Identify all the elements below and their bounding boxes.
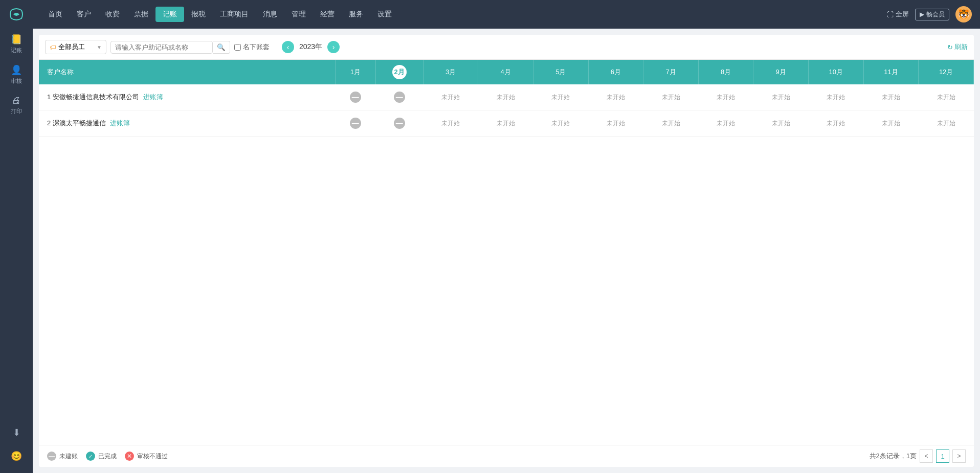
legend-completed: ✓ 已完成 [86, 452, 117, 461]
fullscreen-button[interactable]: ⛶ 全屏 [887, 10, 909, 19]
prev-page-button[interactable]: < [920, 449, 933, 463]
nav-business[interactable]: 工商项目 [213, 7, 256, 22]
month-cell-8: 未开始 [698, 110, 753, 137]
legend-rejected-label: 审核不通过 [137, 452, 168, 461]
col-header-jul: 7月 [643, 60, 699, 84]
dropdown-arrow-icon: ▼ [97, 44, 102, 50]
vip-button[interactable]: ▶ 畅会员 [915, 9, 949, 20]
client-name-cell: 2 漯澳太平畅捷通信进账簿 [39, 110, 336, 137]
main-area: 首页 客户 收费 票据 记账 报税 工商项目 消息 管理 经营 服务 设置 ⛶ … [33, 0, 980, 473]
total-records: 共2条记录，1页 [870, 452, 917, 461]
month-cell-5: 未开始 [533, 110, 588, 137]
month-cell-10: 未开始 [809, 84, 864, 110]
client-name-cell: 1 安徽畅捷通信息技术有限公司进账簿 [39, 84, 336, 110]
search-button[interactable]: 🔍 [213, 41, 230, 54]
month-cell-3: 未开始 [423, 110, 478, 137]
nav-operation[interactable]: 经营 [313, 7, 342, 22]
next-page-button[interactable]: > [952, 449, 966, 463]
nav-service[interactable]: 服务 [342, 7, 370, 22]
prev-year-button[interactable]: ‹ [282, 41, 294, 53]
nav-settings[interactable]: 设置 [370, 7, 399, 22]
sidebar-item-help[interactable]: 😊 [0, 445, 33, 467]
legend-completed-dot: ✓ [86, 452, 95, 461]
sidebar-bottom: ⬇ 😊 [0, 422, 33, 473]
month-cell-1: — [336, 110, 376, 137]
fullscreen-label: 全屏 [896, 10, 909, 19]
not-built-dot: — [394, 118, 405, 129]
col-header-mar: 3月 [423, 60, 478, 84]
month-cell-5: 未开始 [533, 84, 588, 110]
col-header-feb: 2月 [375, 60, 423, 84]
year-nav: ‹ 2023年 › [282, 41, 340, 53]
nav-invoice[interactable]: 票据 [127, 7, 155, 22]
nav-home[interactable]: 首页 [41, 7, 70, 22]
sidebar-item-accounting-label: 记账 [11, 47, 22, 54]
sidebar-item-print-label: 打印 [11, 107, 22, 115]
month-cell-2: — [375, 110, 423, 137]
col-header-may: 5月 [533, 60, 588, 84]
tag-icon: 🏷 [50, 43, 56, 51]
sub-accounts-checkbox[interactable] [234, 44, 241, 51]
col-header-name: 客户名称 [39, 60, 336, 84]
accounting-icon: 📒 [11, 34, 22, 45]
month-cell-6: 未开始 [588, 110, 643, 137]
sidebar-item-audit[interactable]: 👤 审核 [0, 59, 33, 90]
vip-label: 畅会员 [926, 10, 945, 19]
table-row: 1 安徽畅捷通信息技术有限公司进账簿——未开始未开始未开始未开始未开始未开始未开… [39, 84, 974, 110]
not-started-status: 未开始 [937, 120, 955, 127]
pagination: 共2条记录，1页 < 1 > [870, 449, 966, 463]
not-started-status: 未开始 [827, 120, 845, 127]
sidebar-item-print[interactable]: 🖨 打印 [0, 90, 33, 120]
col-header-oct: 10月 [809, 60, 864, 84]
not-started-status: 未开始 [717, 120, 735, 127]
sidebar-item-download[interactable]: ⬇ [0, 422, 33, 443]
enter-ledger-link[interactable]: 进账簿 [110, 119, 130, 127]
avatar[interactable]: 🐯 [955, 6, 972, 22]
search-input[interactable] [110, 41, 213, 54]
sidebar-logo [0, 0, 33, 29]
enter-ledger-link[interactable]: 进账簿 [143, 93, 163, 101]
sidebar-item-accounting[interactable]: 📒 记账 [0, 29, 33, 59]
nav-accounting[interactable]: 记账 [155, 7, 184, 22]
col-header-sep: 9月 [753, 60, 809, 84]
current-month-circle: 2月 [392, 65, 407, 79]
not-built-dot: — [350, 92, 361, 103]
legend-not-built-dot: — [47, 452, 56, 461]
download-icon: ⬇ [13, 427, 20, 438]
year-display: 2023年 [299, 42, 322, 52]
month-cell-11: 未开始 [863, 84, 919, 110]
col-header-dec: 12月 [919, 60, 974, 84]
nav-message[interactable]: 消息 [256, 7, 284, 22]
employee-filter-label: 全部员工 [58, 42, 85, 52]
not-started-status: 未开始 [937, 94, 955, 101]
refresh-icon: ↻ [947, 43, 953, 51]
nav-client[interactable]: 客户 [70, 7, 98, 22]
legend-not-built: — 未建账 [47, 452, 78, 461]
not-started-status: 未开始 [607, 120, 625, 127]
not-started-status: 未开始 [441, 120, 460, 127]
current-page: 1 [936, 449, 949, 463]
nav-manage[interactable]: 管理 [284, 7, 313, 22]
sub-accounts-checkbox-label[interactable]: 名下账套 [234, 42, 270, 52]
month-cell-12: 未开始 [919, 110, 974, 137]
sidebar-item-audit-label: 审核 [11, 77, 22, 85]
refresh-button[interactable]: ↻ 刷新 [947, 42, 968, 52]
month-cell-6: 未开始 [588, 84, 643, 110]
nav-right: ⛶ 全屏 ▶ 畅会员 🐯 [887, 6, 972, 22]
nav-billing[interactable]: 收费 [98, 7, 127, 22]
not-started-status: 未开始 [497, 94, 515, 101]
table-row: 2 漯澳太平畅捷通信进账簿——未开始未开始未开始未开始未开始未开始未开始未开始未… [39, 110, 974, 137]
month-cell-7: 未开始 [643, 110, 699, 137]
nav-tax[interactable]: 报税 [184, 7, 213, 22]
not-started-status: 未开始 [441, 94, 460, 101]
not-started-status: 未开始 [662, 94, 680, 101]
month-cell-8: 未开始 [698, 84, 753, 110]
footer: — 未建账 ✓ 已完成 ✕ 审核不通过 共2条记录，1页 < 1 > [39, 445, 974, 467]
employee-filter[interactable]: 🏷 全部员工 ▼ [45, 40, 106, 54]
audit-icon: 👤 [11, 64, 22, 76]
not-started-status: 未开始 [882, 94, 900, 101]
not-built-dot: — [350, 118, 361, 129]
fullscreen-icon: ⛶ [887, 11, 894, 18]
next-year-button[interactable]: › [327, 41, 340, 53]
help-icon: 😊 [11, 451, 22, 462]
